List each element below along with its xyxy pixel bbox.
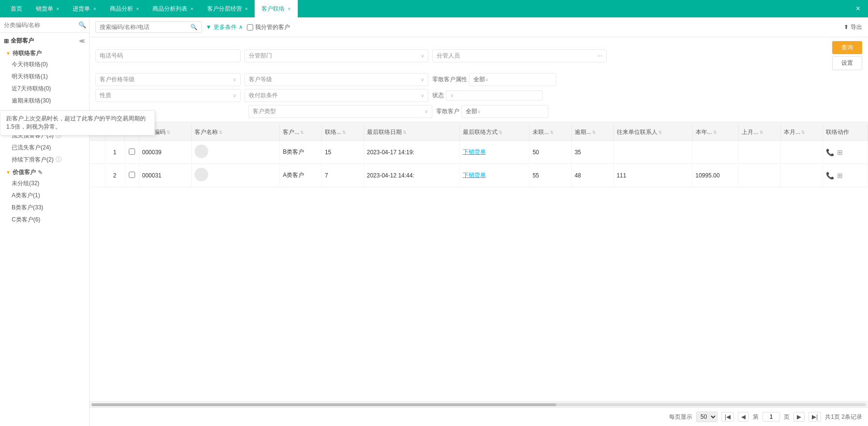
- grid-action-icon-1[interactable]: ⊞: [837, 148, 843, 156]
- nav-customer-contact-close[interactable]: ×: [288, 6, 290, 12]
- dept-filter[interactable]: 分管部门 ∨: [244, 49, 428, 62]
- all-customers-header[interactable]: ⊞ 全部客户 ≪: [0, 33, 89, 47]
- sidebar-item-already-lost[interactable]: 已流失客户(24): [0, 142, 89, 154]
- value-group-header[interactable]: ▼ 价值客户 ✎: [0, 166, 89, 177]
- page-number-input[interactable]: [762, 412, 780, 422]
- th-name[interactable]: 客户名称⇅: [191, 124, 280, 141]
- phone-action-icon-1[interactable]: 📞: [826, 148, 834, 156]
- horizontal-scrollbar[interactable]: [90, 401, 868, 407]
- row1-last-method[interactable]: 下销货单: [463, 148, 486, 155]
- sidebar-item-a-class[interactable]: A类客户(1): [0, 190, 89, 202]
- nav-sales[interactable]: 销货单 ×: [29, 0, 66, 17]
- nav-customer-contact[interactable]: 客户联络 ×: [255, 0, 297, 17]
- query-button[interactable]: 查询: [832, 41, 862, 54]
- row1-checkbox[interactable]: [129, 148, 135, 155]
- nav-analysis-list-close[interactable]: ×: [190, 6, 193, 12]
- th-overdue[interactable]: 逾期...⇅: [571, 124, 613, 141]
- sidebar-search-icon[interactable]: 🔍: [78, 21, 86, 29]
- nav-home[interactable]: 首页: [4, 0, 29, 17]
- tooltip-text: 距客户上次交易时长，超过了此客户的平均交易周期的1.5倍，则视为异常。: [6, 115, 90, 130]
- pending-group-label[interactable]: ▼ 待联络客户: [0, 47, 89, 59]
- sidebar-collapse-icon[interactable]: ≪: [79, 38, 85, 44]
- last-page-button[interactable]: ▶|: [808, 412, 821, 422]
- status-select[interactable]: ∨: [446, 90, 543, 101]
- th-contact[interactable]: 联络...⇅: [321, 124, 364, 141]
- td-last-method-2[interactable]: 下销货单: [459, 164, 530, 187]
- nav-analysis-list[interactable]: 商品分析列表 ×: [146, 0, 200, 17]
- price-grade-filter[interactable]: 客户价格等级 ∨: [95, 73, 241, 86]
- td-code-1[interactable]: 000039: [139, 141, 191, 164]
- td-name-2[interactable]: [191, 164, 280, 187]
- th-last-method[interactable]: 最后联络方式⇅: [459, 124, 530, 141]
- nav-customer-segment[interactable]: 客户分层经营 ×: [200, 0, 255, 17]
- scroll-thumb[interactable]: [91, 403, 556, 406]
- nav-analysis[interactable]: 商品分析 ×: [103, 0, 146, 17]
- sidebar-item-continuous-down[interactable]: 持续下滑客户(2) ⓘ: [0, 154, 89, 166]
- info-icon-3[interactable]: ⓘ: [56, 156, 61, 164]
- td-name-1[interactable]: [191, 141, 280, 164]
- filter-search-box[interactable]: 🔍: [95, 21, 202, 33]
- th-this-year[interactable]: 本年...⇅: [692, 124, 739, 141]
- th-pending[interactable]: 未联...⇅: [530, 124, 572, 141]
- edit-icon[interactable]: ✎: [38, 169, 43, 176]
- sidebar-item-ungroup[interactable]: 未分组(32): [0, 177, 89, 190]
- th-last-date[interactable]: 最后联络日期⇅: [364, 124, 459, 141]
- td-last-method-1[interactable]: 下销货单: [459, 141, 530, 164]
- sidebar-item-today[interactable]: 今天待联络(0): [0, 59, 89, 71]
- sort-icon-grade: ⇅: [300, 130, 304, 135]
- sidebar-item-b-class[interactable]: B类客户(33): [0, 202, 89, 214]
- sidebar-item-c-class[interactable]: C类客户(6): [0, 214, 89, 226]
- window-close-button[interactable]: ×: [852, 4, 864, 13]
- staff-filter[interactable]: 分管人员 ···: [432, 49, 607, 62]
- td-cb-2[interactable]: [124, 164, 139, 187]
- row2-checkbox[interactable]: [129, 172, 135, 178]
- th-unit-contact[interactable]: 往来单位联系人⇅: [613, 124, 692, 141]
- phone-action-icon-2[interactable]: 📞: [826, 172, 834, 179]
- next-page-button[interactable]: ▶: [793, 412, 805, 422]
- first-page-button[interactable]: |◀: [721, 412, 734, 422]
- sidebar-item-7days[interactable]: 近7天待联络(0): [0, 83, 89, 95]
- nav-purchase-close[interactable]: ×: [93, 6, 96, 12]
- gender-filter[interactable]: 性质 ∨: [95, 89, 241, 102]
- td-cb-1[interactable]: [124, 141, 139, 164]
- chevron-up-icon: ∧: [239, 24, 243, 30]
- my-customer-checkbox[interactable]: [247, 24, 253, 30]
- zero-customer-filter: 零散客户 全部 ∨: [436, 105, 610, 118]
- filter-search-input[interactable]: [100, 24, 190, 30]
- zero-attr-select[interactable]: 全部 ∨: [469, 73, 556, 86]
- sort-icon-pending: ⇅: [550, 130, 554, 135]
- th-this-month[interactable]: 本月...⇅: [781, 124, 823, 141]
- nav-purchase[interactable]: 进货单 ×: [66, 0, 103, 17]
- per-page-select[interactable]: 50: [696, 411, 717, 422]
- td-code-2[interactable]: 000031: [139, 164, 191, 187]
- sidebar-item-a-class-label: A类客户(1): [12, 191, 40, 200]
- export-button[interactable]: ⬆ 导出: [844, 23, 862, 31]
- td-pending-2: 55: [530, 164, 572, 187]
- nav-sales-close[interactable]: ×: [56, 6, 59, 12]
- advanced-filter: 电话号码 分管部门 ∨ 分管人员 ··· 查询 设置 客: [90, 37, 868, 122]
- staff-more-icon[interactable]: ···: [597, 52, 602, 59]
- payment-filter[interactable]: 收付款条件 ∨: [244, 89, 428, 102]
- phone-filter[interactable]: 电话号码: [95, 49, 241, 62]
- prev-page-button[interactable]: ◀: [738, 412, 749, 422]
- sidebar-item-overdue[interactable]: 逾期未联络(30): [0, 95, 89, 107]
- sidebar-search-input[interactable]: [4, 22, 76, 29]
- filter-more-conditions[interactable]: ▼ 更多条件 ∧: [206, 23, 243, 31]
- th-grade[interactable]: 客户...⇅: [280, 124, 322, 141]
- zero-customer-select[interactable]: 全部 ∨: [461, 105, 548, 118]
- row2-last-method[interactable]: 下销货单: [463, 172, 486, 178]
- td-contact-1: 15: [321, 141, 364, 164]
- customer-type-filter[interactable]: 客户类型 ∨: [248, 105, 432, 118]
- th-unit-contact-label: 往来单位联系人: [617, 128, 657, 136]
- nav-analysis-close[interactable]: ×: [136, 6, 139, 12]
- settings-button[interactable]: 设置: [832, 56, 862, 70]
- sidebar-item-tomorrow[interactable]: 明天待联络(1): [0, 71, 89, 83]
- scroll-track[interactable]: [91, 403, 866, 406]
- filter-row-4: ... 客户类型 ∨ 零散客户 全部 ∨: [95, 105, 862, 118]
- nav-customer-segment-close[interactable]: ×: [245, 6, 248, 12]
- filter-search-icon[interactable]: 🔍: [190, 24, 198, 30]
- grid-action-icon-2[interactable]: ⊞: [837, 172, 843, 179]
- customer-grade-filter[interactable]: 客户等级 ∨: [244, 73, 428, 86]
- th-last-month[interactable]: 上月...⇅: [739, 124, 781, 141]
- filter-bar: 🔍 ▼ 更多条件 ∧ 我分管的客户 ⬆ 导出: [90, 17, 868, 37]
